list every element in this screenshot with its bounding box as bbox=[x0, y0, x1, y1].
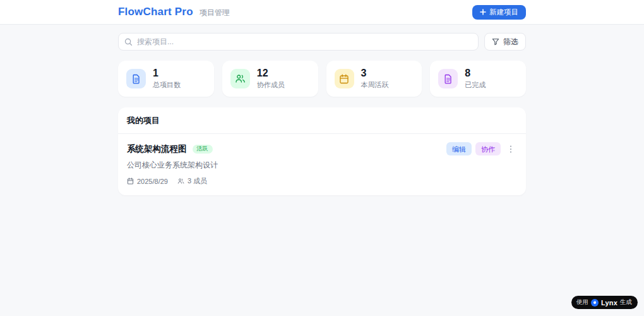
projects-panel-title: 我的项目 bbox=[127, 116, 160, 125]
calendar-icon bbox=[335, 69, 354, 88]
made-with-lynx-badge[interactable]: 使用 Lynx 生成 bbox=[571, 296, 638, 309]
calendar-icon bbox=[127, 178, 134, 185]
badge-brand: Lynx bbox=[601, 299, 617, 307]
plus-icon bbox=[480, 9, 486, 15]
search-row: 筛选 bbox=[118, 33, 526, 51]
search-input[interactable] bbox=[137, 37, 472, 46]
project-date-label: 2025/8/29 bbox=[137, 178, 168, 185]
search-icon bbox=[124, 38, 133, 46]
stat-value: 12 bbox=[257, 68, 285, 79]
project-name: 系统架构流程图 bbox=[127, 143, 187, 155]
project-date: 2025/8/29 bbox=[127, 178, 168, 185]
lynx-logo-icon bbox=[591, 299, 599, 307]
project-members-label: 3 成员 bbox=[188, 176, 207, 186]
collaborate-button[interactable]: 协作 bbox=[475, 142, 501, 155]
document-icon bbox=[126, 69, 146, 88]
filter-funnel-icon bbox=[492, 38, 499, 46]
stat-label: 协作成员 bbox=[257, 80, 285, 90]
edit-button[interactable]: 编辑 bbox=[446, 142, 472, 155]
stat-card-weekly-active: 3 本周活跃 bbox=[326, 61, 422, 97]
new-project-label: 新建项目 bbox=[489, 8, 518, 17]
app-header: FlowChart Pro 项目管理 新建项目 bbox=[0, 0, 644, 25]
vertical-dots-icon bbox=[507, 145, 515, 154]
users-icon bbox=[177, 178, 184, 185]
users-icon bbox=[230, 69, 250, 88]
badge-suffix: 生成 bbox=[620, 298, 632, 307]
more-options-button[interactable] bbox=[504, 143, 517, 155]
stats-row: 1 总项目数 12 协作成员 3 本周活跃 bbox=[118, 61, 526, 97]
search-box[interactable] bbox=[118, 33, 479, 51]
project-members: 3 成员 bbox=[177, 176, 207, 186]
project-list-item[interactable]: 系统架构流程图 活跃 编辑 协作 公司核心业务系统架构设计 bbox=[118, 134, 526, 195]
stat-label: 本周活跃 bbox=[361, 80, 389, 90]
stat-value: 1 bbox=[153, 68, 181, 79]
stat-label: 总项目数 bbox=[153, 80, 181, 90]
app-subtitle: 项目管理 bbox=[200, 6, 230, 18]
stat-card-completed: 8 已完成 bbox=[430, 61, 526, 97]
projects-panel: 我的项目 系统架构流程图 活跃 编辑 协作 公司核心业务系统架构设计 bbox=[118, 107, 526, 195]
stat-card-total-projects: 1 总项目数 bbox=[118, 61, 214, 97]
document-icon bbox=[438, 69, 458, 88]
filter-label: 筛选 bbox=[503, 37, 518, 47]
stat-card-collaborators: 12 协作成员 bbox=[222, 61, 318, 97]
status-badge: 活跃 bbox=[193, 145, 213, 154]
filter-button[interactable]: 筛选 bbox=[484, 33, 526, 51]
badge-prefix: 使用 bbox=[576, 298, 588, 307]
stat-label: 已完成 bbox=[465, 80, 486, 90]
project-description: 公司核心业务系统架构设计 bbox=[127, 160, 517, 171]
projects-panel-header: 我的项目 bbox=[118, 107, 526, 134]
app-logo: FlowChart Pro bbox=[118, 6, 193, 18]
new-project-button[interactable]: 新建项目 bbox=[472, 5, 526, 20]
stat-value: 8 bbox=[465, 68, 486, 79]
stat-value: 3 bbox=[361, 68, 389, 79]
